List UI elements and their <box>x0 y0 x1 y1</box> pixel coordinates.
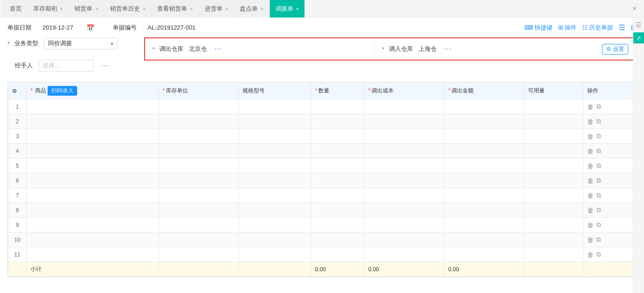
cell-qty[interactable] <box>311 144 364 159</box>
cell-amount[interactable] <box>444 99 524 114</box>
warehouse-out-more-btn[interactable]: ··· <box>214 45 222 53</box>
copy-icon[interactable]: ⧉ <box>596 117 601 125</box>
tab-close-view-sales[interactable]: × <box>190 6 193 12</box>
cell-available[interactable] <box>524 188 583 203</box>
cell-spec[interactable] <box>238 173 311 188</box>
delete-icon[interactable]: 🗑 <box>587 236 594 244</box>
warehouse-in-more-btn[interactable]: ··· <box>444 45 451 53</box>
copy-icon[interactable]: ⧉ <box>596 221 601 229</box>
copy-icon[interactable]: ⧉ <box>596 103 601 110</box>
cell-amount[interactable] <box>444 159 524 173</box>
cell-cost[interactable] <box>365 218 444 232</box>
cell-available[interactable] <box>524 218 583 232</box>
cell-spec[interactable] <box>238 232 311 247</box>
cell-cost[interactable] <box>365 188 444 203</box>
delete-icon[interactable]: 🗑 <box>587 133 594 140</box>
cell-amount[interactable] <box>444 114 524 129</box>
cell-cost[interactable] <box>365 144 444 159</box>
cell-amount[interactable] <box>444 232 524 247</box>
tab-stocktake[interactable]: 盘点单 × <box>234 0 269 18</box>
cell-qty[interactable] <box>311 188 364 203</box>
gear-icon[interactable]: ⚙ <box>12 88 17 94</box>
cell-cost[interactable] <box>365 232 444 247</box>
cell-spec[interactable] <box>238 129 311 144</box>
warehouse-out-value[interactable]: 北京仓 <box>189 45 207 53</box>
date-value[interactable]: 2019-12-27 <box>43 24 73 31</box>
cell-available[interactable] <box>524 232 583 247</box>
cell-product[interactable] <box>27 99 159 114</box>
cell-spec[interactable] <box>238 159 311 173</box>
cell-unit[interactable] <box>158 159 238 173</box>
cell-cost[interactable] <box>365 159 444 173</box>
cell-unit[interactable] <box>158 188 238 203</box>
cell-amount[interactable] <box>444 129 524 144</box>
sidebar-notes-icon[interactable]: ☰ <box>636 21 642 29</box>
cell-spec[interactable] <box>238 188 311 203</box>
scan-button[interactable]: 扫码录入 <box>48 86 77 96</box>
tab-purchase[interactable]: 进货单 × <box>199 0 234 18</box>
person-select[interactable]: 选择... <box>38 60 94 72</box>
tab-close-sales-history[interactable]: × <box>143 6 146 12</box>
cell-product[interactable] <box>27 232 159 247</box>
copy-icon[interactable]: ⧉ <box>596 191 601 199</box>
tab-close-purchase[interactable]: × <box>225 6 228 12</box>
cell-unit[interactable] <box>158 218 238 232</box>
copy-icon[interactable]: ⧉ <box>596 250 601 258</box>
cell-product[interactable] <box>27 173 159 188</box>
cell-available[interactable] <box>524 114 583 129</box>
cell-amount[interactable] <box>444 203 524 218</box>
cell-cost[interactable] <box>365 247 444 262</box>
tab-sales-order[interactable]: 销货单 × <box>69 0 104 18</box>
cell-spec[interactable] <box>238 247 311 262</box>
history-btn[interactable]: ☷ 历史单据 <box>582 24 613 32</box>
delete-icon[interactable]: 🗑 <box>587 207 594 214</box>
cell-cost[interactable] <box>365 114 444 129</box>
cell-cost[interactable] <box>365 203 444 218</box>
shortcuts-btn[interactable]: ⌨ 快捷键 <box>524 24 553 32</box>
delete-icon[interactable]: 🗑 <box>587 162 594 170</box>
col-settings[interactable]: ⚙ <box>8 83 27 99</box>
tab-inventory-init[interactable]: 库存期初 × <box>28 0 69 18</box>
cell-available[interactable] <box>524 247 583 262</box>
cell-available[interactable] <box>524 203 583 218</box>
layout-icon-1[interactable]: ☰ <box>619 23 625 32</box>
cell-amount[interactable] <box>444 218 524 232</box>
delete-icon[interactable]: 🗑 <box>587 103 594 110</box>
cell-amount[interactable] <box>444 173 524 188</box>
cell-qty[interactable] <box>311 173 364 188</box>
cell-unit[interactable] <box>158 173 238 188</box>
cell-product[interactable] <box>27 218 159 232</box>
tab-close-inventory-init[interactable]: × <box>60 6 63 12</box>
cell-cost[interactable] <box>365 129 444 144</box>
copy-icon[interactable]: ⧉ <box>596 206 601 214</box>
cell-spec[interactable] <box>238 218 311 232</box>
cell-unit[interactable] <box>158 247 238 262</box>
cell-available[interactable] <box>524 159 583 173</box>
cell-available[interactable] <box>524 173 583 188</box>
operations-btn[interactable]: ⊞ 操作 <box>558 24 577 32</box>
sidebar-expand-icon[interactable]: ↗ <box>633 32 644 43</box>
copy-icon[interactable]: ⧉ <box>596 177 601 184</box>
tab-close-stocktake[interactable]: × <box>261 6 263 12</box>
cell-unit[interactable] <box>158 114 238 129</box>
cell-amount[interactable] <box>444 188 524 203</box>
cell-unit[interactable] <box>158 144 238 159</box>
delete-icon[interactable]: 🗑 <box>587 118 594 125</box>
cell-product[interactable] <box>27 247 159 262</box>
cell-unit[interactable] <box>158 232 238 247</box>
copy-icon[interactable]: ⧉ <box>596 236 601 244</box>
cell-qty[interactable] <box>311 218 364 232</box>
cell-amount[interactable] <box>444 144 524 159</box>
tab-view-sales[interactable]: 查看销货单 × <box>152 0 199 18</box>
delete-icon[interactable]: 🗑 <box>587 177 594 184</box>
tab-transfer[interactable]: 调拨单 × <box>270 0 305 18</box>
cell-product[interactable] <box>27 159 159 173</box>
cell-unit[interactable] <box>158 99 238 114</box>
cell-available[interactable] <box>524 129 583 144</box>
cell-qty[interactable] <box>311 129 364 144</box>
cell-product[interactable] <box>27 114 159 129</box>
delete-icon[interactable]: 🗑 <box>587 192 594 199</box>
settings-button[interactable]: ⚙ 设置 <box>602 44 628 55</box>
close-all-tabs[interactable]: × <box>629 5 640 13</box>
cell-qty[interactable] <box>311 114 364 129</box>
